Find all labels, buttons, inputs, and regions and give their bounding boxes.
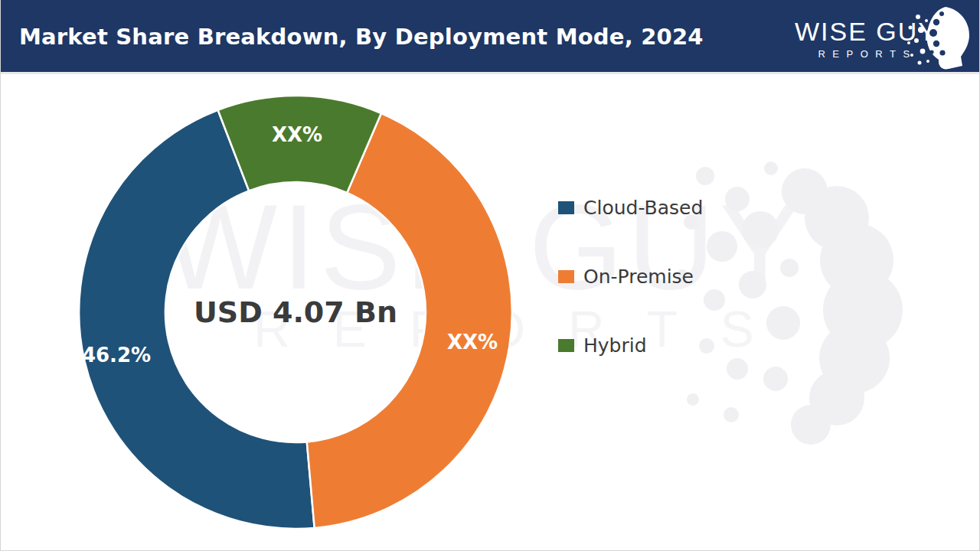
legend-label: On-Premise: [583, 266, 694, 288]
legend-label: Hybrid: [583, 334, 647, 357]
report-page: Market Share Breakdown, By Deployment Mo…: [0, 0, 980, 551]
legend-item-hybrid[interactable]: Hybrid: [558, 331, 703, 359]
legend-swatch-cloud-based: [558, 201, 574, 214]
slice-label-hybrid: XX%: [272, 123, 322, 146]
donut-chart: 46.2% XX% XX% USD 4.07 Bn: [1, 0, 980, 551]
slice-label-on-premise: XX%: [447, 331, 498, 354]
chart-legend: Cloud-Based On-Premise Hybrid: [558, 194, 703, 400]
legend-swatch-hybrid: [558, 339, 574, 352]
legend-swatch-on-premise: [558, 270, 574, 283]
chart-center-value: USD 4.07 Bn: [194, 295, 397, 329]
legend-label: Cloud-Based: [583, 197, 703, 219]
slice-label-cloud-based: 46.2%: [82, 344, 151, 367]
legend-item-on-premise[interactable]: On-Premise: [558, 262, 703, 290]
legend-item-cloud-based[interactable]: Cloud-Based: [558, 194, 703, 221]
